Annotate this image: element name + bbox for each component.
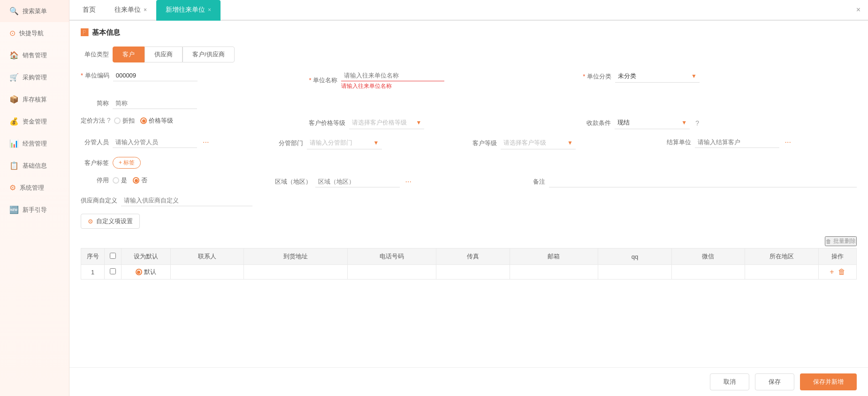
disabled-label: 停用 (81, 176, 109, 185)
settlement-input[interactable] (695, 137, 779, 148)
row-checkbox[interactable] (110, 268, 116, 274)
section-basic-info: 🅿 基本信息 (81, 28, 857, 37)
settlement-more-btn[interactable]: ··· (783, 138, 793, 147)
form-footer: 取消 保存 保存并新增 (69, 367, 868, 396)
help-icon-payment[interactable]: ? (695, 119, 699, 127)
add-tag-button[interactable]: + 标签 (113, 157, 141, 169)
row-region-input[interactable] (763, 269, 800, 276)
save-and-new-button[interactable]: 保存并新增 (800, 373, 857, 390)
type-btn-supplier[interactable]: 供应商 (145, 47, 183, 62)
sidebar-item-basic[interactable]: 📋 基础信息 (0, 155, 69, 177)
qq-input[interactable] (616, 269, 654, 276)
td-email[interactable] (510, 265, 598, 280)
region-more-btn[interactable]: ··· (404, 178, 413, 186)
radio-no[interactable]: 否 (133, 176, 147, 185)
customer-level-select[interactable]: 请选择客户等级 ▼ (501, 137, 576, 149)
batch-delete-button[interactable]: 🗑 批量删除 (825, 236, 857, 246)
tab-new-partner[interactable]: 新增往来单位 × (156, 0, 221, 21)
fax-input[interactable] (454, 269, 492, 276)
th-no: 序号 (81, 248, 105, 265)
type-btn-customer[interactable]: 客户 (113, 47, 145, 62)
add-row-button[interactable]: + (830, 268, 834, 276)
sidebar-item-inventory[interactable]: 📦 库存核算 (0, 88, 69, 110)
wechat-input[interactable] (689, 269, 727, 276)
supplier-custom-label: 供应商自定义 (81, 196, 117, 205)
sidebar-label-finance: 资金管理 (23, 117, 47, 126)
td-address[interactable] (244, 265, 348, 280)
td-fax[interactable] (436, 265, 510, 280)
region-group: 区域（地区） ··· (275, 176, 518, 187)
region-input[interactable] (315, 176, 400, 187)
type-btn-both[interactable]: 客户/供应商 (183, 47, 235, 62)
td-region[interactable] (745, 265, 818, 280)
tab-new-partner-close[interactable]: × (208, 7, 211, 13)
unit-type-buttons: 客户 供应商 客户/供应商 (113, 47, 235, 62)
manager-label: 分管人员 (81, 138, 109, 147)
td-contact[interactable] (170, 265, 244, 280)
unit-category-select[interactable]: 未分类 ▼ (615, 70, 700, 83)
note-input[interactable] (549, 176, 857, 187)
sidebar-item-guide[interactable]: 🆕 新手引导 (0, 199, 69, 221)
contact-input[interactable] (189, 269, 226, 276)
department-select[interactable]: 请输入分管部门 ▼ (307, 137, 382, 149)
th-address: 到货地址 (244, 248, 348, 265)
td-qq[interactable] (598, 265, 671, 280)
th-email: 邮箱 (510, 248, 598, 265)
th-default: 设为默认 (122, 248, 171, 265)
short-name-input[interactable] (113, 98, 197, 109)
td-phone[interactable] (348, 265, 436, 280)
short-name-row: 简称 (81, 98, 857, 109)
sidebar-label-purchase: 采购管理 (23, 73, 47, 82)
window-close-button[interactable]: × (853, 4, 864, 16)
custom-settings-button[interactable]: ⚙ 自定义项设置 (81, 214, 140, 229)
unit-code-input[interactable] (113, 70, 198, 81)
tab-home[interactable]: 首页 (73, 0, 105, 21)
disabled-group: 停用 是 否 (81, 176, 275, 185)
manager-more-btn[interactable]: ··· (201, 138, 211, 147)
select-all-checkbox[interactable] (110, 253, 116, 259)
unit-type-label: 单位类型 (81, 50, 109, 59)
radio-yes[interactable]: 是 (113, 176, 127, 185)
tab-home-label: 首页 (83, 6, 96, 14)
sidebar-item-system[interactable]: ⚙ 系统管理 (0, 177, 69, 199)
radio-price-level[interactable]: 价格等级 (140, 116, 173, 125)
radio-discount[interactable]: 折扣 (114, 116, 135, 125)
td-wechat[interactable] (671, 265, 745, 280)
th-contact: 联系人 (170, 248, 244, 265)
sidebar-item-purchase[interactable]: 🛒 采购管理 (0, 66, 69, 88)
delete-row-button[interactable]: 🗑 (838, 268, 845, 276)
radio-yes-circle (113, 177, 119, 184)
manager-input[interactable] (113, 137, 197, 148)
sidebar-item-search[interactable]: 🔍 搜索菜单 (0, 0, 69, 22)
unit-category-label: * 单位分类 (583, 72, 611, 81)
customer-price-select[interactable]: 请选择客户价格等级 ▼ (349, 116, 424, 129)
th-checkbox[interactable] (105, 248, 122, 265)
sidebar-label-basic: 基础信息 (23, 162, 47, 170)
chevron-down-icon: ▼ (691, 73, 697, 79)
help-icon-pricing[interactable]: ? (107, 116, 111, 124)
cancel-button[interactable]: 取消 (710, 373, 749, 390)
sidebar-item-sales[interactable]: 🏠 销售管理 (0, 44, 69, 66)
form-area: 🅿 基本信息 单位类型 客户 供应商 客户/供应商 * 单位编码 (69, 21, 868, 367)
default-radio[interactable]: 默认 (125, 268, 167, 276)
email-input[interactable] (530, 269, 577, 276)
phone-input[interactable] (368, 269, 415, 276)
sidebar-item-operations[interactable]: 📊 经营管理 (0, 132, 69, 155)
address-input[interactable] (267, 269, 324, 276)
payment-term-select[interactable]: 现结 ▼ (615, 116, 690, 129)
td-checkbox[interactable] (105, 265, 122, 280)
finance-icon: 💰 (9, 117, 19, 126)
guide-icon: 🆕 (9, 205, 19, 214)
table-section: ⚙ 自定义项设置 🗑 批量删除 序号 设为默认 联系人 到货地址 (81, 214, 857, 280)
sidebar-item-finance[interactable]: 💰 资金管理 (0, 110, 69, 132)
tab-partners[interactable]: 往来单位 × (105, 0, 156, 21)
td-no: 1 (81, 265, 105, 280)
tab-partners-close[interactable]: × (144, 7, 147, 13)
supplier-custom-input[interactable] (121, 195, 252, 206)
sidebar-item-quicknav[interactable]: ⊙ 快捷导航 (0, 22, 69, 44)
sidebar-label-sales: 销售管理 (23, 51, 47, 60)
table-toolbar: 🗑 批量删除 (81, 234, 857, 248)
short-name-label: 简称 (81, 99, 109, 108)
unit-name-input[interactable] (341, 70, 444, 81)
save-button[interactable]: 保存 (755, 373, 794, 390)
